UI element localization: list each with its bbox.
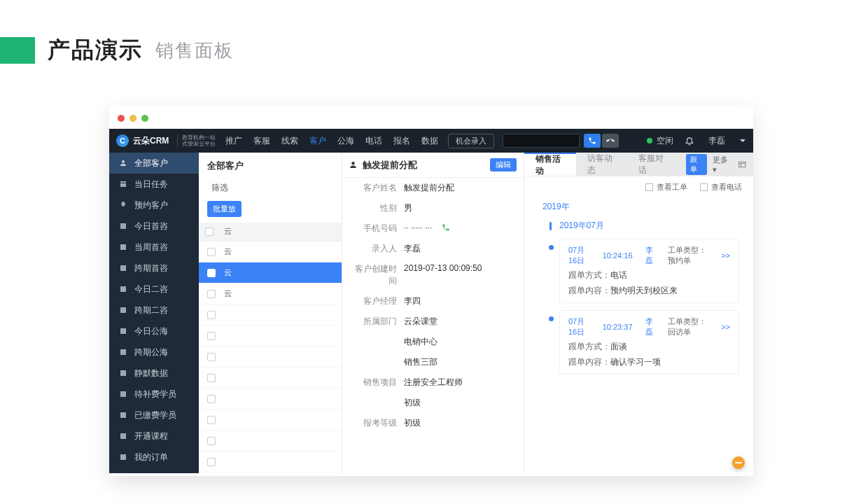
sidebar-item[interactable]: 今日首咨 xyxy=(109,216,199,237)
row-cell xyxy=(220,430,342,451)
sidebar-item[interactable]: 全部客户 xyxy=(109,153,199,174)
row-checkbox[interactable] xyxy=(207,353,216,361)
layout-icon[interactable] xyxy=(738,160,746,169)
status-label[interactable]: 空闲 xyxy=(657,135,673,147)
sidebar-item[interactable]: 跨期公海 xyxy=(109,342,199,363)
sidebar-item[interactable]: 今日公海 xyxy=(109,321,199,342)
tab[interactable]: 客服对话 xyxy=(627,153,679,176)
topnav-item[interactable]: 公海 xyxy=(337,135,354,147)
minimize-dot[interactable] xyxy=(130,115,136,122)
hangup-icon xyxy=(606,137,615,144)
row-checkbox[interactable] xyxy=(207,269,216,277)
sidebar-item-icon xyxy=(119,222,127,230)
hangup-button[interactable] xyxy=(602,134,619,148)
col-header[interactable]: 云 xyxy=(220,223,342,241)
row-checkbox[interactable] xyxy=(207,395,216,403)
row-checkbox[interactable] xyxy=(207,332,216,340)
sidebar-item[interactable]: 预约客户 xyxy=(109,195,199,216)
topnav-item[interactable]: 报名 xyxy=(393,135,410,147)
table-row[interactable] xyxy=(199,346,342,367)
row-checkbox[interactable] xyxy=(207,374,216,382)
view-calls-checkbox[interactable]: 查看电话 xyxy=(700,182,742,192)
activity-card[interactable]: 07月16日10:23:37李磊工单类型：回访单>>跟单方式：面谈跟单内容：确认… xyxy=(559,310,739,374)
table-row[interactable]: 云 xyxy=(199,241,342,262)
sidebar-item-icon xyxy=(119,285,127,293)
sidebar-item[interactable]: 跨期首咨 xyxy=(109,258,199,279)
field-label: 客户经理 xyxy=(349,295,404,307)
view-tickets-checkbox[interactable]: 查看工单 xyxy=(645,182,687,192)
card-time: 10:24:16 xyxy=(603,251,633,260)
tab[interactable]: 访客动态 xyxy=(576,153,628,176)
chevron-down-icon[interactable] xyxy=(739,137,746,144)
field-label: 录入人 xyxy=(349,243,404,255)
table-row[interactable] xyxy=(199,304,342,325)
sidebar-item-label: 预约客户 xyxy=(134,200,168,211)
brand-logo[interactable]: C 云朵CRM 教育机构一站式管家云平台 xyxy=(116,134,216,147)
sidebar-item[interactable]: 跨期二咨 xyxy=(109,300,199,321)
main-area: 全部客户当日任务预约客户今日首咨当周首咨跨期首咨今日二咨跨期二咨今日公海跨期公海… xyxy=(109,153,753,473)
top-search-input[interactable] xyxy=(503,134,580,148)
table-row[interactable] xyxy=(199,451,342,472)
sidebar-item[interactable]: 当日任务 xyxy=(109,174,199,195)
topnav-item[interactable]: 数据 xyxy=(421,135,438,147)
follow-button[interactable]: 跟单 xyxy=(686,154,707,175)
row-checkbox[interactable] xyxy=(207,290,216,298)
current-user[interactable]: 李磊 xyxy=(708,135,725,147)
row-cell xyxy=(220,409,342,430)
sidebar-item-icon xyxy=(119,201,127,209)
field-label: 销售项目 xyxy=(349,377,404,388)
opportunity-entry-button[interactable]: 机会录入 xyxy=(448,134,494,148)
sidebar-item-label: 全部客户 xyxy=(134,158,168,169)
phone-icon[interactable] xyxy=(442,223,450,232)
maximize-dot[interactable] xyxy=(141,115,148,122)
table-row[interactable] xyxy=(199,409,342,430)
activity-card[interactable]: 07月16日10:24:16李磊工单类型：预约单>>跟单方式：电话跟单内容：预约… xyxy=(559,239,739,303)
edit-button[interactable]: 编辑 xyxy=(490,158,517,172)
row-checkbox[interactable] xyxy=(207,458,216,466)
row-checkbox[interactable] xyxy=(207,311,216,319)
table-row[interactable] xyxy=(199,388,342,409)
customer-table: 云 云云云 xyxy=(199,223,342,472)
brand-tagline: 教育机构一站式管家云平台 xyxy=(177,134,216,147)
topnav-item[interactable]: 线索 xyxy=(281,135,298,147)
table-row[interactable] xyxy=(199,325,342,346)
select-all-checkbox[interactable] xyxy=(205,227,214,236)
table-row[interactable]: 云 xyxy=(199,283,342,304)
accent-block xyxy=(0,37,35,64)
table-row[interactable] xyxy=(199,430,342,451)
row-checkbox[interactable] xyxy=(207,248,216,256)
user-icon xyxy=(349,161,357,169)
sidebar-item[interactable]: 待补费学员 xyxy=(109,384,199,405)
call-button[interactable] xyxy=(584,134,601,148)
topnav-item[interactable]: 客户 xyxy=(309,135,326,147)
bell-icon[interactable] xyxy=(685,136,694,146)
tab[interactable]: 销售活动 xyxy=(524,153,576,176)
sidebar-item[interactable]: 已缴费学员 xyxy=(109,405,199,426)
sidebar-item[interactable]: 今日二咨 xyxy=(109,279,199,300)
topnav-item[interactable]: 推广 xyxy=(225,135,242,147)
sidebar-item-icon xyxy=(119,411,127,419)
field-label: 客户姓名 xyxy=(349,182,404,194)
batch-release-button[interactable]: 批量放 xyxy=(207,201,241,217)
topnav-item[interactable]: 客服 xyxy=(253,135,270,147)
more-dropdown[interactable]: 更多 ▾ xyxy=(713,155,732,174)
sidebar-item[interactable]: 我的订单 xyxy=(109,447,199,468)
row-checkbox[interactable] xyxy=(207,416,216,424)
floating-action-button[interactable] xyxy=(732,456,745,469)
field-value: 注册安全工程师 xyxy=(404,377,517,388)
card-more-link[interactable]: >> xyxy=(721,323,730,331)
detail-title: 触发提前分配 xyxy=(349,159,417,172)
table-row[interactable]: 云 xyxy=(199,262,342,283)
sidebar-item[interactable]: 静默数据 xyxy=(109,363,199,384)
close-dot[interactable] xyxy=(118,115,125,122)
sidebar-item[interactable]: 开通课程 xyxy=(109,426,199,447)
timeline-year: 2019年 xyxy=(542,201,735,213)
table-row[interactable] xyxy=(199,367,342,388)
row-checkbox[interactable] xyxy=(207,437,216,445)
field-value: 2019-07-13 00:09:50 xyxy=(404,263,517,287)
sidebar-item[interactable]: 当周首咨 xyxy=(109,237,199,258)
topnav-item[interactable]: 电话 xyxy=(365,135,382,147)
sidebar-item-label: 跨期首咨 xyxy=(134,262,168,274)
filter-label[interactable]: 筛选 xyxy=(199,179,342,201)
card-more-link[interactable]: >> xyxy=(721,251,730,260)
